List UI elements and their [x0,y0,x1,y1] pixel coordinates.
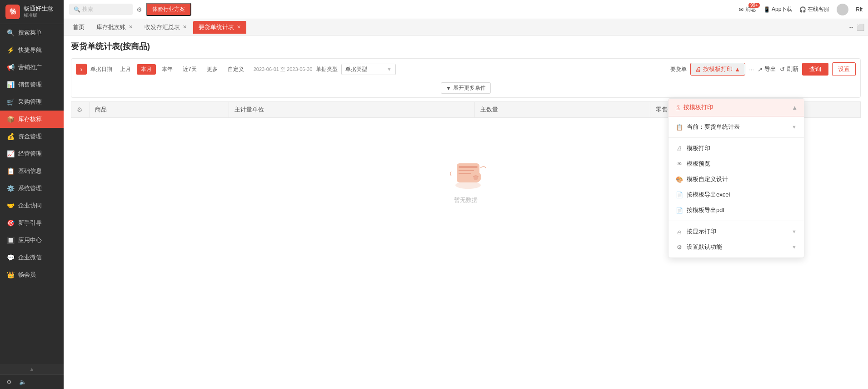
wechat-icon: 💬 [6,254,15,261]
sidebar-item-system[interactable]: ⚙️ 系统管理 [0,180,64,197]
online-service-button[interactable]: 🎧 在线客服 [799,5,829,13]
sidebar-item-label: 营销推广 [18,63,42,71]
topbar-gear-icon[interactable]: ⚙ [136,6,142,13]
tab-home[interactable]: 首页 [67,21,90,34]
sidebar-item-basic[interactable]: 📋 基础信息 [0,162,64,180]
inventory-icon: 📦 [6,116,15,123]
sidebar-item-wechat[interactable]: 💬 企业微信 [0,249,64,266]
minimize-button[interactable]: ╌ [849,24,853,31]
filter-row-1: › 单据日期 上月 本月 本年 近7天 更多 自定义 2023-06-01 至 … [76,62,856,76]
tab-inventory-batch-label: 库存批次账 [96,23,126,31]
sidebar-item-inventory[interactable]: 📦 库存核算 [0,111,64,128]
sidebar-item-purchase[interactable]: 🛒 采购管理 [0,93,64,111]
logo-icon: 畅 [5,5,20,19]
appstore-icon: 🔲 [6,237,15,244]
sidebar-item-appstore[interactable]: 🔲 应用中心 [0,232,64,249]
member-icon: 👑 [6,271,15,278]
dropdown-item-export-excel[interactable]: 📄 按模板导出excel [668,187,804,202]
sales-icon: 📊 [6,81,15,88]
sidebar-item-quick-nav[interactable]: ⚡ 快捷导航 [0,41,64,59]
message-icon: ✉ [739,6,743,13]
sidebar-item-finance[interactable]: 💰 资金管理 [0,128,64,145]
dropdown-item-display-print[interactable]: 🖨 按显示打印 ▼ [668,224,804,239]
tab-receipt-summary-label: 收发存汇总表 [145,23,180,31]
table-header-product: 商品 [90,102,229,118]
print-button[interactable]: 🖨 按模板打印 ▲ [690,63,745,76]
dropdown-item-template-preview[interactable]: 👁 模板预览 [668,156,804,172]
date-btn-this-month[interactable]: 本月 [137,64,156,75]
sidebar-item-collab[interactable]: 🤝 企业协同 [0,197,64,214]
expand-more-button[interactable]: ▼ 展开更多条件 [441,82,491,94]
template-design-label: 模板自定义设计 [687,175,728,183]
sidebar-up-arrow[interactable]: ▲ [0,364,64,374]
refresh-button[interactable]: 刷新 [787,65,798,73]
template-preview-label: 模板预览 [687,160,710,168]
dropdown-up-icon[interactable]: ▲ [792,104,798,111]
dropdown-item-template-print[interactable]: 🖨 模板打印 [668,141,804,156]
export-btn-wrapper: ↗ 导出 [758,65,776,73]
sidebar-item-sales[interactable]: 📊 销售管理 [0,76,64,93]
settings-button[interactable]: 设置 [832,62,856,76]
empty-svg [448,154,489,195]
dropdown-item-set-default[interactable]: ⚙ 设置默认功能 ▼ [668,239,804,255]
topbar-search[interactable]: 🔍 搜索 [69,4,133,15]
query-button[interactable]: 查询 [802,63,828,76]
dropdown-item-export-pdf[interactable]: 📄 按模板导出pdf [668,202,804,218]
sidebar-item-label: 系统管理 [18,184,42,192]
avatar[interactable] [837,4,848,15]
trial-button[interactable]: 体验行业方案 [146,3,191,16]
sidebar-bottom: ⚙ 🔈 [0,374,64,389]
empty-illustration [448,154,484,191]
sidebar-item-member[interactable]: 👑 畅会员 [0,266,64,283]
dropdown-header-right: ▲ [792,104,798,111]
sidebar-item-search-menu[interactable]: 🔍 搜索菜单 [0,24,64,41]
date-filter-group: 上月 本月 本年 近7天 更多 自定义 [116,64,248,75]
settings-icon[interactable]: ⚙ [6,379,12,385]
sidebar-item-operation[interactable]: 📈 经营管理 [0,145,64,162]
expand-row: ▼ 展开更多条件 [76,80,856,94]
set-default-arrow: ▼ [792,244,797,250]
tab-inventory-batch[interactable]: 库存批次账 ✕ [91,21,138,34]
sidebar-item-marketing[interactable]: 📢 营销推广 [0,59,64,76]
date-btn-last-month[interactable]: 上月 [116,64,135,75]
tab-bar: 首页 库存批次账 ✕ 收发存汇总表 ✕ 要货单统计表 ✕ ╌ ⬜ [64,19,868,35]
export-button[interactable]: 导出 [764,65,776,73]
tab-requisition-stats[interactable]: 要货单统计表 ✕ [193,21,246,34]
tab-requisition-stats-close[interactable]: ✕ [237,24,241,30]
refresh-btn-wrapper: ↺ 刷新 [780,65,798,73]
column-settings-icon[interactable]: ⚙ [77,106,83,113]
dropdown-current-template[interactable]: 📋 当前：要货单统计表 ▼ [668,119,804,135]
table-header-quantity: 主数量 [475,102,650,118]
date-btn-this-year[interactable]: 本年 [158,64,177,75]
print-arrow-up-icon: ▲ [734,66,740,73]
sound-icon[interactable]: 🔈 [19,379,26,385]
export-excel-label: 按模板导出excel [687,191,730,199]
app-download-button[interactable]: 📱 App下载 [763,5,792,13]
filter-expand-icon[interactable]: › [76,64,87,75]
guide-icon: 🎯 [6,219,15,227]
dropdown-header-title: 按模板打印 [683,103,713,111]
tab-receipt-summary-close[interactable]: ✕ [183,24,187,30]
date-btn-7days[interactable]: 近7天 [179,64,201,75]
filter-bar: › 单据日期 上月 本月 本年 近7天 更多 自定义 2023-06-01 至 … [71,58,861,98]
maximize-button[interactable]: ⬜ [857,24,864,31]
sidebar-item-label: 经营管理 [18,150,42,158]
logo-sub: 标准版 [24,12,53,19]
svg-point-0 [455,182,481,189]
logo-name: 畅通好生意 [24,5,53,13]
sidebar-item-label: 搜索菜单 [18,29,42,37]
type-filter-select[interactable]: 单据类型 ▼ [341,64,396,75]
sidebar-item-label: 资金管理 [18,132,42,141]
tab-receipt-summary[interactable]: 收发存汇总表 ✕ [139,21,192,34]
tab-inventory-batch-close[interactable]: ✕ [129,24,133,30]
export-pdf-icon: 📄 [676,207,683,214]
more-options-icon[interactable]: ··· [749,66,754,73]
message-button[interactable]: ✉ 消息 99+ [739,5,756,13]
dropdown-item-template-design[interactable]: 🎨 模板自定义设计 [668,172,804,187]
sidebar-item-label: 新手引导 [18,219,42,227]
sidebar-item-label: 采购管理 [18,98,42,106]
sidebar-item-guide[interactable]: 🎯 新手引导 [0,214,64,232]
date-btn-custom[interactable]: 自定义 [224,64,248,75]
table-header-settings[interactable]: ⚙ [71,102,90,118]
date-btn-more[interactable]: 更多 [203,64,222,75]
